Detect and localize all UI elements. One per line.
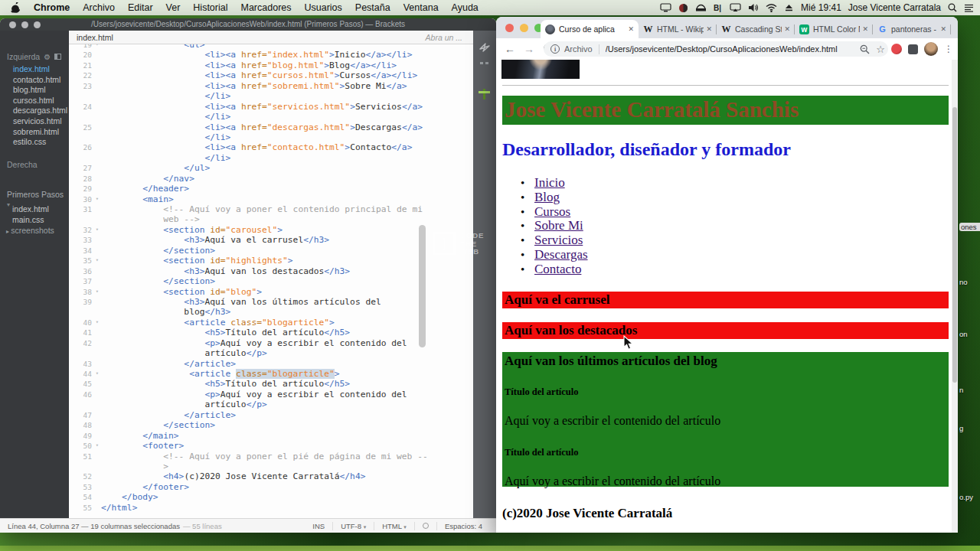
desktop-icon-label[interactable]: g (959, 424, 980, 432)
page-scrollbar-track[interactable] (952, 60, 958, 533)
app-status-icon[interactable] (678, 3, 688, 13)
apple-menu-icon[interactable] (11, 2, 20, 13)
working-file[interactable]: estilo.css (0, 137, 69, 148)
code-row[interactable]: 36 <h3>Aquí van los destacados</h3> (69, 266, 473, 276)
menubar-item[interactable]: Usuarios (305, 2, 342, 13)
input-menu-icon[interactable]: B| (714, 3, 723, 12)
bookmark-star-icon[interactable]: ☆ (876, 44, 885, 55)
close-button[interactable] (505, 24, 514, 32)
code-row[interactable]: 35▾ <section id="highlights"> (69, 256, 473, 266)
code-row[interactable]: 52 <h4>(c)2020 Jose Vicente Carratalá</h… (69, 471, 473, 481)
tab-close-icon[interactable]: ✕ (784, 25, 790, 33)
code-row[interactable]: 21 <li><a href="blog.html">Blog</a></li> (69, 60, 473, 70)
code-row[interactable]: </li> (69, 132, 473, 142)
code-row[interactable]: artículo</p> (69, 348, 473, 358)
project-file[interactable]: main.css (0, 214, 69, 225)
desktop-icon-label[interactable]: ones (959, 223, 980, 231)
brackets-traffic-lights[interactable] (9, 21, 41, 28)
tab-close-icon[interactable]: ✕ (706, 25, 712, 33)
display-icon[interactable] (660, 3, 671, 12)
working-file[interactable]: contacto.html (0, 75, 69, 86)
code-row[interactable]: 20 <li><a href="index.html">Inicio</a></… (69, 50, 473, 60)
indent-setting[interactable]: Espacios: 4 (436, 522, 490, 530)
extension-icon[interactable] (891, 44, 902, 54)
editor-scrollbar-thumb[interactable] (419, 225, 426, 347)
menubar-item[interactable]: Pestaña (355, 2, 390, 13)
code-row[interactable]: 42 <p>Aquí voy a escribir el contenido d… (69, 338, 473, 348)
chrome-traffic-lights[interactable] (505, 24, 543, 32)
working-file[interactable]: servicios.html (0, 116, 69, 127)
url-text[interactable]: /Users/josevicente/Desktop/CursoAplicaci… (606, 44, 838, 54)
split-view-icon[interactable] (54, 54, 61, 60)
code-row[interactable]: artículo</p> (69, 399, 473, 409)
dock-app-icon[interactable] (695, 4, 707, 12)
code-row[interactable]: web --> (69, 214, 473, 224)
close-button[interactable] (9, 21, 16, 28)
code-editor[interactable]: 19▾ <ul>20 <li><a href="index.html">Inic… (69, 44, 473, 533)
code-row[interactable]: 45 <h5>Título del artículo</h5> (69, 379, 473, 389)
chrome-menu-icon[interactable]: ⋮ (944, 44, 953, 54)
code-row[interactable]: 25 <li><a href="descargas.html">Descarga… (69, 122, 473, 132)
code-row[interactable]: 50▾ <footer> (69, 441, 473, 451)
code-row[interactable]: 55</html> (69, 503, 473, 513)
code-row[interactable]: 54 </body> (69, 492, 473, 502)
menubar-item[interactable]: Marcadores (241, 2, 292, 13)
code-row[interactable]: 38▾ <section id="blog"> (69, 287, 473, 297)
browser-tab[interactable]: HTML - Wikipe ✕ (639, 20, 717, 38)
spotlight-icon[interactable] (948, 3, 957, 12)
code-row[interactable]: 43 </article> (69, 359, 473, 369)
working-file[interactable]: descargas.html (0, 106, 69, 116)
project-file[interactable]: screenshots (0, 225, 69, 236)
code-row[interactable]: blog</h3> (69, 307, 473, 317)
working-file[interactable]: cursos.html (0, 96, 69, 106)
code-row[interactable]: 48 </section> (69, 420, 473, 430)
code-row[interactable]: 41 <h5>Título del artículo</h5> (69, 328, 473, 337)
volume-icon[interactable] (748, 3, 759, 12)
code-row[interactable]: 53 </footer> (69, 482, 473, 492)
desktop-icon-label[interactable]: n (959, 386, 980, 394)
code-row[interactable]: 40▾ <article class="blogarticle"> (69, 318, 473, 328)
browser-tab[interactable]: Curso de aplica ✕ (541, 20, 639, 38)
page-scrollbar-thumb[interactable] (952, 107, 957, 383)
nav-link[interactable]: Sobre Mi (534, 218, 583, 233)
zoom-icon[interactable] (860, 44, 870, 54)
working-file[interactable]: sobremi.html (0, 127, 69, 138)
desktop-icon-label[interactable]: no (959, 278, 980, 286)
insert-mode[interactable]: INS (305, 522, 332, 530)
code-row[interactable]: 34 </section> (69, 246, 473, 256)
lint-status-icon[interactable] (414, 522, 436, 530)
code-row[interactable]: 49 </main> (69, 431, 473, 441)
menubar-item[interactable]: Historial (193, 2, 227, 13)
tab-close-icon[interactable]: ✕ (628, 25, 634, 33)
code-row[interactable]: 23 <li><a href="sobremi.html">Sobre Mi</… (69, 81, 473, 91)
code-row[interactable]: 37 </section> (69, 276, 473, 286)
code-row[interactable]: 19▾ <ul> (69, 44, 473, 50)
minimize-button[interactable] (21, 21, 28, 28)
extension-icon-2[interactable] (908, 44, 918, 54)
minimize-button[interactable] (520, 24, 528, 32)
screen-mirroring-icon[interactable] (730, 3, 741, 12)
eject-icon[interactable] (784, 3, 794, 12)
menubar-item[interactable]: Archivo (83, 2, 115, 13)
gear-icon[interactable]: ⚙ (44, 53, 51, 61)
menubar-item[interactable]: Ayuda (452, 2, 479, 13)
working-file[interactable]: index.html (0, 64, 69, 75)
code-row[interactable]: 32▾ <section id="carousel"> (69, 225, 473, 235)
notification-center-icon[interactable] (964, 4, 974, 12)
code-row[interactable]: 47 </article> (69, 410, 473, 420)
menubar-item[interactable]: Ventana (403, 2, 439, 13)
profile-avatar[interactable] (924, 42, 938, 56)
menubar-clock[interactable]: Mié 19:41 (801, 2, 841, 13)
code-row[interactable]: 44▾ <article class="blogarticle"> (69, 369, 473, 379)
wifi-icon[interactable] (766, 4, 777, 12)
code-row[interactable]: </li> (69, 153, 473, 163)
info-icon[interactable]: i (550, 44, 560, 54)
nav-link[interactable]: Inicio (534, 175, 565, 190)
nav-link[interactable]: Contacto (534, 262, 581, 276)
language-select[interactable]: HTML ▾ (374, 522, 414, 530)
code-row[interactable]: 26 <li><a href="contacto.html">Contacto<… (69, 142, 473, 152)
forward-button[interactable]: → (524, 43, 534, 55)
address-bar[interactable]: i Archivo /Users/josevicente/Desktop/Cur… (544, 41, 888, 57)
back-button[interactable]: ← (505, 43, 515, 55)
quick-open-hint[interactable]: Abra un ... (426, 31, 462, 44)
